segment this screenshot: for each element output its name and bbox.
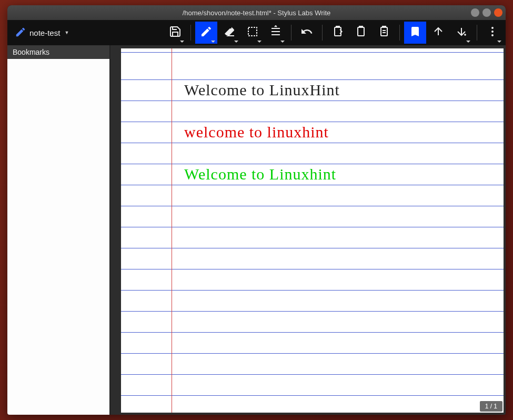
- separator: [399, 25, 400, 41]
- save-icon: [169, 25, 182, 40]
- svg-rect-0: [248, 27, 257, 36]
- window-title: /home/shovon/note-test.html* - Stylus La…: [183, 9, 331, 17]
- insert-space-icon: [269, 25, 282, 40]
- chevron-down-icon: [497, 41, 501, 43]
- select-icon: [246, 25, 259, 40]
- save-button[interactable]: [164, 22, 186, 44]
- pen-tool-button[interactable]: [195, 22, 217, 44]
- chevron-down-icon: [234, 41, 238, 43]
- bookmarks-list[interactable]: [7, 59, 109, 415]
- clipboard-cut-icon: [331, 25, 344, 40]
- ruled-lines: [121, 48, 504, 413]
- eraser-icon: [223, 25, 236, 40]
- handwritten-line-2: welcome to linuxhint: [184, 123, 329, 141]
- kebab-menu-icon: [486, 25, 499, 40]
- page-indicator[interactable]: 1 / 1: [480, 401, 502, 412]
- separator: [477, 25, 477, 41]
- canvas-wrap: Welcome to LinuxHint welcome to linuxhin…: [110, 45, 506, 415]
- insert-space-button[interactable]: [265, 22, 287, 44]
- handwritten-line-1: Welcome to LinuxHint: [184, 81, 340, 99]
- svg-rect-4: [335, 27, 341, 36]
- chevron-down-icon: ▼: [64, 30, 69, 35]
- eraser-tool-button[interactable]: [218, 22, 240, 44]
- minimize-button[interactable]: [471, 8, 479, 17]
- toolbar-buttons: [164, 22, 504, 44]
- chevron-down-icon: [280, 41, 285, 43]
- document-tab-label: note-test: [29, 28, 60, 37]
- clipboard-paste-icon: [378, 25, 390, 40]
- chevron-down-icon: [211, 41, 215, 43]
- separator: [190, 25, 191, 41]
- svg-rect-5: [358, 27, 364, 36]
- overflow-menu-button[interactable]: [481, 22, 504, 44]
- app-window: /home/shovon/note-test.html* - Stylus La…: [7, 5, 506, 415]
- svg-point-14: [491, 31, 494, 33]
- next-page-button[interactable]: [450, 22, 472, 44]
- chevron-down-icon: [466, 41, 470, 43]
- window-controls: [471, 8, 502, 17]
- toolbar: note-test ▼: [7, 20, 506, 45]
- separator: [322, 25, 323, 41]
- separator: [291, 25, 291, 41]
- arrow-up-icon: [432, 25, 445, 40]
- bookmark-button[interactable]: [404, 22, 426, 44]
- select-tool-button[interactable]: [242, 22, 264, 44]
- titlebar[interactable]: /home/shovon/note-test.html* - Stylus La…: [7, 5, 506, 20]
- arrow-down-plus-icon: [455, 25, 468, 40]
- body-area: Bookmarks Welcome to LinuxHint welcome t…: [7, 45, 506, 415]
- svg-point-13: [491, 27, 494, 29]
- document-tab[interactable]: note-test ▼: [9, 24, 74, 42]
- close-button[interactable]: [494, 8, 502, 17]
- clipboard-copy-icon: [355, 25, 367, 40]
- pencil-icon: [15, 26, 26, 39]
- svg-point-15: [491, 34, 494, 36]
- chevron-down-icon: [257, 41, 261, 43]
- svg-rect-6: [381, 27, 387, 36]
- pen-icon: [200, 25, 213, 40]
- undo-button[interactable]: [296, 22, 318, 44]
- undo-icon: [300, 25, 313, 40]
- sidebar-header: Bookmarks: [7, 45, 109, 59]
- bookmarks-sidebar: Bookmarks: [7, 45, 110, 415]
- drawing-canvas[interactable]: Welcome to LinuxHint welcome to linuxhin…: [121, 48, 504, 413]
- cut-button[interactable]: [327, 22, 349, 44]
- copy-button[interactable]: [350, 22, 372, 44]
- chevron-down-icon: [180, 41, 184, 43]
- maximize-button[interactable]: [482, 8, 491, 17]
- margin-line: [172, 48, 172, 413]
- paste-button[interactable]: [373, 22, 395, 44]
- handwritten-line-3: Welcome to Linuxhint: [184, 165, 336, 183]
- bookmark-icon: [409, 25, 421, 40]
- prev-page-button[interactable]: [427, 22, 449, 44]
